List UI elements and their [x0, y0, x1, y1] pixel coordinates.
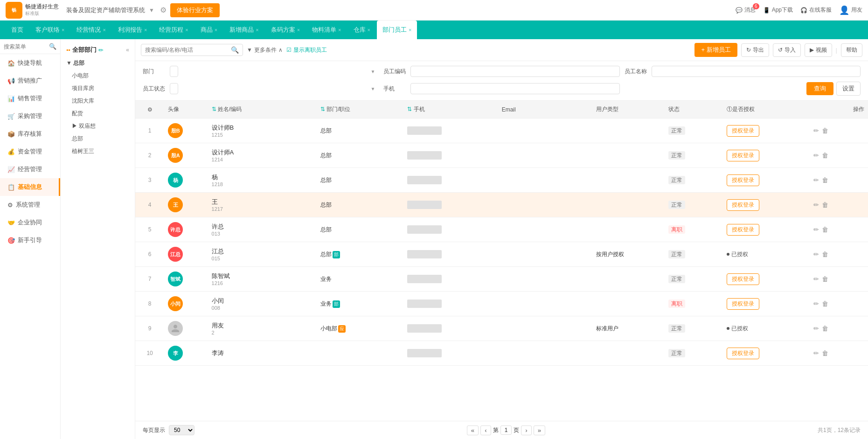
last-page-btn[interactable]: » [534, 425, 545, 435]
tab-barcode[interactable]: 条码方案× [265, 21, 306, 39]
dept-item-zongbu[interactable]: ▼ 总部 [62, 57, 133, 70]
sidebar-item-quicknav[interactable]: 🏠 快捷导航 [0, 54, 60, 72]
search-menu-input[interactable] [4, 43, 47, 50]
dept-collapse-btn[interactable]: « [126, 47, 129, 53]
phone-input[interactable] [410, 83, 619, 94]
view-button[interactable]: ▶ 视频 [805, 43, 832, 57]
edit-icon[interactable]: ✏ [813, 176, 819, 184]
edit-icon[interactable]: ✏ [813, 325, 819, 332]
sidebar-item-finance[interactable]: 💰 资金管理 [0, 143, 60, 160]
emp-code-input[interactable] [410, 66, 619, 77]
delete-icon[interactable]: 🗑 [822, 201, 828, 209]
help-button[interactable]: 帮助 [841, 43, 862, 57]
dept-item-project[interactable]: 项目库房 [62, 82, 133, 95]
auth-login-button[interactable]: 授权登录 [727, 174, 759, 186]
edit-icon[interactable]: ✏ [813, 201, 819, 209]
tab-home[interactable]: 首页 [6, 21, 29, 39]
auth-login-button[interactable]: 授权登录 [727, 273, 759, 285]
auth-login-button[interactable]: 授权登录 [727, 348, 759, 359]
th-phone[interactable]: ⇅ 手机 [403, 101, 498, 118]
tab-profit[interactable]: 利润报告× [112, 21, 153, 39]
auth-login-button[interactable]: 授权登录 [727, 125, 759, 137]
close-icon[interactable]: × [256, 27, 258, 33]
close-icon[interactable]: × [62, 27, 64, 33]
delete-icon[interactable]: 🗑 [822, 349, 828, 357]
th-settings[interactable]: ⚙ [135, 101, 164, 118]
try-btn[interactable]: 体验行业方案 [170, 3, 220, 17]
page-size-select[interactable]: 50 20 100 [169, 425, 194, 435]
next-page-btn[interactable]: › [521, 425, 531, 435]
tab-warehouse[interactable]: 仓库× [348, 21, 376, 39]
delete-icon[interactable]: 🗑 [822, 176, 828, 184]
close-icon[interactable]: × [368, 27, 370, 33]
import-button[interactable]: ↺ 导入 [773, 43, 801, 57]
dept-item-peihuo[interactable]: 配货 [62, 107, 133, 120]
dept-edit-icon[interactable]: ✏ [98, 47, 104, 54]
tab-material[interactable]: 物料清单× [306, 21, 347, 39]
th-dept[interactable]: ⇅ 部门/职位 [317, 101, 404, 118]
edit-icon[interactable]: ✏ [813, 226, 819, 233]
show-resigned-toggle[interactable]: ☑ 显示离职员工 [286, 46, 327, 54]
delete-icon[interactable]: 🗑 [822, 325, 828, 332]
setting-button[interactable]: 设置 [836, 82, 861, 96]
first-page-btn[interactable]: « [467, 425, 479, 435]
sidebar-item-inventory[interactable]: 📦 库存核算 [0, 125, 60, 143]
tab-add-goods[interactable]: 新增商品× [224, 21, 264, 39]
dept-item-zongbu2[interactable]: 总部 [62, 132, 133, 145]
auth-login-button[interactable]: 授权登录 [727, 224, 759, 236]
tab-goods[interactable]: 商品× [195, 21, 223, 39]
tab-history[interactable]: 经营历程× [153, 21, 194, 39]
th-name[interactable]: ⇅ 姓名/编码 [208, 101, 317, 118]
edit-icon[interactable]: ✏ [813, 275, 819, 283]
sidebar-item-sales[interactable]: 📊 销售管理 [0, 90, 60, 107]
emp-status-select[interactable] [170, 83, 178, 94]
sidebar-item-bizmanage[interactable]: 📈 经营管理 [0, 160, 60, 178]
close-icon[interactable]: × [144, 27, 147, 33]
edit-icon[interactable]: ✏ [813, 251, 819, 258]
add-employee-button[interactable]: + 新增员工 [694, 43, 737, 57]
edit-icon[interactable]: ✏ [813, 300, 819, 307]
dept-item-xiaodian[interactable]: 小电部 [62, 70, 133, 82]
dept-item-shenyang[interactable]: 沈阳大库 [62, 95, 133, 107]
user-item[interactable]: 👤 用友 [839, 5, 862, 15]
close-icon[interactable]: × [215, 27, 217, 33]
tab-employee[interactable]: 部门员工× [377, 21, 417, 39]
auth-login-button[interactable]: 授权登录 [727, 298, 759, 310]
close-icon[interactable]: × [185, 27, 188, 33]
export-button[interactable]: ↻ 导出 [741, 43, 769, 57]
delete-icon[interactable]: 🗑 [822, 300, 828, 307]
delete-icon[interactable]: 🗑 [822, 275, 828, 283]
edit-icon[interactable]: ✏ [813, 152, 819, 159]
dropdown-icon[interactable]: ▼ [149, 7, 154, 14]
delete-icon[interactable]: 🗑 [822, 152, 828, 159]
close-icon[interactable]: × [297, 27, 300, 33]
close-icon[interactable]: × [338, 27, 341, 33]
emp-name-input[interactable] [652, 66, 861, 77]
more-conditions-btn[interactable]: ▼ 更多条件 ∧ [247, 46, 283, 54]
close-icon[interactable]: × [103, 27, 105, 33]
tab-operation[interactable]: 经营情况× [71, 21, 111, 39]
delete-icon[interactable]: 🗑 [822, 251, 828, 258]
dept-select[interactable] [170, 66, 178, 77]
prev-page-btn[interactable]: ‹ [480, 425, 491, 435]
search-input[interactable] [145, 47, 229, 53]
delete-icon[interactable]: 🗑 [822, 226, 828, 233]
app-download-item[interactable]: 📱 App下载 [763, 6, 793, 14]
delete-icon[interactable]: 🗑 [822, 127, 828, 134]
sidebar-item-basic[interactable]: 📋 基础信息 [0, 178, 60, 196]
tab-customer[interactable]: 客户联络× [30, 21, 70, 39]
sidebar-item-collab[interactable]: 🤝 企业协同 [0, 214, 60, 231]
sidebar-item-guide[interactable]: 🎯 新手引导 [0, 231, 60, 249]
auth-login-button[interactable]: 授权登录 [727, 150, 759, 161]
sidebar-item-purchase[interactable]: 🛒 采购管理 [0, 107, 60, 125]
close-icon[interactable]: × [409, 27, 411, 33]
dept-item-zhishu[interactable]: 植树王三 [62, 145, 133, 158]
online-service-item[interactable]: 🎧 在线客服 [800, 6, 832, 14]
edit-icon[interactable]: ✏ [813, 127, 819, 134]
dept-item-shuangmiao[interactable]: ▶ 双庙想 [62, 120, 133, 132]
auth-login-button[interactable]: 授权登录 [727, 199, 759, 211]
msg-item[interactable]: 💬 6 消息 [736, 6, 756, 14]
sidebar-item-marketing[interactable]: 📢 营销推广 [0, 72, 60, 90]
edit-icon[interactable]: ✏ [813, 349, 819, 357]
settings-icon[interactable]: ⚙ [160, 6, 167, 14]
